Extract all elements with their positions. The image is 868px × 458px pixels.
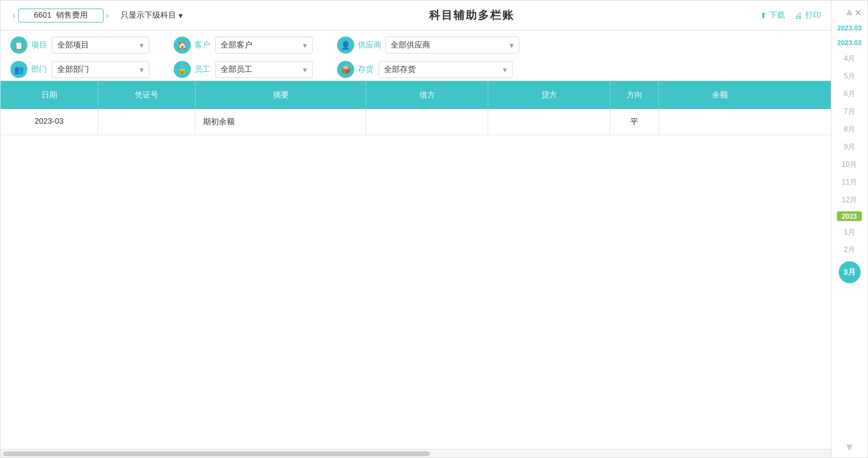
show-sub-filter[interactable]: 只显示下级科目 ▾ [121,10,183,21]
header-bar: ‹ › 只显示下级科目 ▾ 科目辅助多栏账 ⬆ 下载 🖨 打印 [1,1,831,30]
supplier-value: 全部供应商 [391,40,430,51]
scroll-thumb [3,451,430,456]
customer-value: 全部客户 [221,40,252,51]
prev-account-btn[interactable]: ‹ [10,10,18,20]
filter-inventory: 📦 存货 全部存货 ▾ [337,61,513,78]
main-window: ‹ › 只显示下级科目 ▾ 科目辅助多栏账 ⬆ 下载 🖨 打印 [0,0,868,458]
next-account-btn[interactable]: › [104,10,112,20]
filter-area: 📋 项目 全部项目 ▾ 🏠 客户 全部客户 ▾ 👤 [1,30,831,81]
timeline-item-2023-03-2[interactable]: 2023.03 [831,35,867,50]
timeline-month-8[interactable]: 8月 [831,121,867,138]
timeline-month-12[interactable]: 12月 [831,191,867,209]
show-sub-label: 只显示下级科目 [121,10,176,21]
table-header: 日期 凭证号 摘要 借方 贷方 方向 余额 [1,81,831,109]
inventory-label: 存货 [358,64,375,75]
timeline-month-6[interactable]: 6月 [831,85,867,103]
employee-icon: 🔒 [174,61,191,78]
header-actions: ⬆ 下载 🖨 打印 [760,10,821,21]
timeline-month-4[interactable]: 4月 [831,50,867,68]
bottom-scrollbar[interactable] [1,449,831,457]
year-badge: 2023 [837,211,861,221]
col-balance: 余额 [659,81,781,109]
timeline-panel: ▲ 2023.03 2023.03 4月 5月 6月 7月 8月 9月 10月 … [831,1,867,458]
timeline-down-btn[interactable]: ▼ [844,441,855,454]
cell-direction: 平 [610,109,659,135]
employee-arrow-icon: ▾ [303,65,307,74]
timeline-month-5[interactable]: 5月 [831,68,867,85]
filter-project: 📋 项目 全部项目 ▾ [10,37,149,54]
dept-label: 部门 [31,64,48,75]
col-voucher: 凭证号 [98,81,196,109]
filter-customer: 🏠 客户 全部客户 ▾ [174,37,313,54]
account-code-area [18,9,104,23]
dept-arrow-icon: ▾ [140,65,144,74]
timeline-month-2[interactable]: 2月 [831,241,867,259]
page-title: 科目辅助多栏账 [183,8,760,23]
col-summary: 摘要 [196,81,366,109]
active-month-badge[interactable]: 3月 [839,261,861,283]
download-label: 下载 [769,10,785,21]
project-arrow-icon: ▾ [140,41,144,50]
cell-debit [366,109,488,135]
col-direction: 方向 [610,81,659,109]
dept-select[interactable]: 全部部门 ▾ [52,61,149,78]
close-button[interactable]: × [855,7,861,19]
cell-summary: 期初余额 [196,109,366,135]
table-row: 2023-03 期初余额 平 [1,109,831,135]
timeline-month-9[interactable]: 9月 [831,138,867,156]
print-button[interactable]: 🖨 打印 [795,10,821,21]
timeline-up-btn[interactable]: ▲ [844,5,855,18]
employee-label: 员工 [194,64,212,75]
supplier-arrow-icon: ▾ [510,41,514,50]
timeline-month-1[interactable]: 1月 [831,224,867,241]
dropdown-arrow-icon: ▾ [179,11,183,20]
dept-value: 全部部门 [57,64,89,75]
cell-credit [488,109,610,135]
project-value: 全部项目 [57,40,89,51]
inventory-icon: 📦 [337,61,354,78]
col-credit: 贷方 [488,81,610,109]
inventory-value: 全部存货 [384,64,416,75]
print-icon: 🖨 [795,11,803,20]
timeline-month-10[interactable]: 10月 [831,156,867,174]
col-debit: 借方 [366,81,488,109]
timeline-item-2023-03-1[interactable]: 2023.03 [831,21,867,35]
customer-icon: 🏠 [174,37,191,54]
filter-dept: 👥 部门 全部部门 ▾ [10,61,149,78]
filter-employee: 🔒 员工 全部员工 ▾ [174,61,313,78]
main-content: ‹ › 只显示下级科目 ▾ 科目辅助多栏账 ⬆ 下载 🖨 打印 [1,1,831,135]
customer-arrow-icon: ▾ [303,41,307,50]
filter-supplier: 👤 供应商 全部供应商 ▾ [337,37,519,54]
project-icon: 📋 [10,37,27,54]
employee-value: 全部员工 [221,64,252,75]
customer-label: 客户 [194,40,212,51]
cell-date: 2023-03 [1,109,98,135]
table-body: 2023-03 期初余额 平 [1,109,831,135]
print-label: 打印 [805,10,821,21]
inventory-arrow-icon: ▾ [503,65,507,74]
supplier-icon: 👤 [337,37,354,54]
inventory-select[interactable]: 全部存货 ▾ [379,61,513,78]
project-select[interactable]: 全部项目 ▾ [52,37,149,54]
supplier-label: 供应商 [358,40,382,51]
download-button[interactable]: ⬆ 下载 [760,10,785,21]
account-code-input[interactable] [18,9,104,23]
customer-select[interactable]: 全部客户 ▾ [215,37,313,54]
cell-balance [659,109,781,135]
supplier-select[interactable]: 全部供应商 ▾ [385,37,519,54]
dept-icon: 👥 [10,61,27,78]
download-icon: ⬆ [760,11,767,20]
ledger-table: 日期 凭证号 摘要 借方 贷方 方向 余额 2023-03 期初余额 平 [1,81,831,135]
col-date: 日期 [1,81,98,109]
timeline-month-11[interactable]: 11月 [831,174,867,191]
project-label: 项目 [31,40,48,51]
employee-select[interactable]: 全部员工 ▾ [215,61,313,78]
cell-voucher [98,109,196,135]
timeline-month-7[interactable]: 7月 [831,103,867,121]
